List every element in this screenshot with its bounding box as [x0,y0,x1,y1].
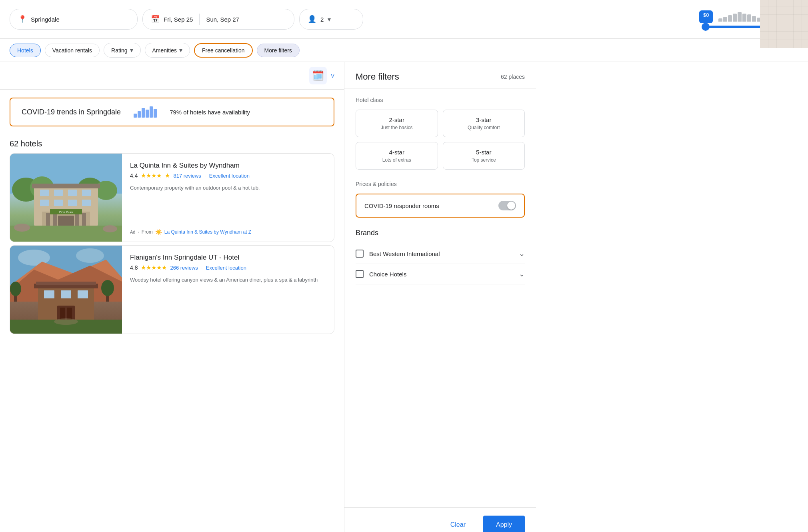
clear-button[interactable]: Clear [439,516,477,532]
covid-bar [138,111,141,118]
hotel-image: Zion Guru [10,154,122,242]
svg-rect-19 [82,213,86,226]
map-grid-bg [760,0,808,48]
more-filters-title: More filters [356,72,399,82]
svg-rect-6 [32,184,100,188]
brand-left-bw: Best Western International [356,250,440,258]
svg-point-28 [76,248,104,263]
hotel-location-tag-2[interactable]: Excellent location [206,265,246,271]
class-name-4star: 4-star [364,149,430,156]
covid-bar [146,110,149,118]
ad-sun-icon: ☀️ [155,229,162,235]
amenities-label: Amenities [152,47,177,54]
class-card-4star[interactable]: 4-star Lots of extras [356,142,438,170]
checkout-value: Sun, Sep 27 [206,16,239,23]
hist-bar [733,14,737,22]
filter-hotels[interactable]: Hotels [10,44,41,57]
rating-separator-2: · [201,264,203,271]
brand-name-ch: Choice Hotels [369,271,406,278]
svg-point-32 [10,282,21,296]
map-thumbnail[interactable] [760,0,808,48]
pin-icon: 📍 [18,15,27,24]
svg-rect-10 [82,190,91,196]
guests-field[interactable]: 👤 2 ▾ [299,9,363,30]
apply-button[interactable]: Apply [483,516,525,532]
brands-title: Brands [356,229,525,237]
hotel-info-2: Flanigan's Inn Springdale UT - Hotel 4.8… [122,246,334,334]
flanigans-building-image [10,246,122,334]
hotel-name-1: La Quinta Inn & Suites by Wyndham [130,162,326,170]
covid-availability: 79% of hotels have availability [170,109,250,116]
svg-rect-7 [40,190,49,196]
brand-item-best-western[interactable]: Best Western International ⌄ [356,244,525,264]
more-filters-label: More filters [264,47,292,54]
brand-checkbox-bw[interactable] [356,250,364,258]
dates-field[interactable]: 📅 Fri, Sep 25 Sun, Sep 27 [142,9,294,30]
hist-bar [752,16,756,22]
filter-more-filters[interactable]: More filters [257,44,300,57]
ad-source-1[interactable]: La Quinta Inn & Suites by Wyndham at Z [164,229,251,235]
hotel-rating-2: 4.8 [130,264,138,271]
covid-chart [134,106,157,118]
hotel-half-star-1: ★ [165,172,170,179]
covid-responder-box[interactable]: COVID-19 responder rooms [356,194,525,218]
main-content: 🗓️ V COVID-19 trends in Springdale 79% o… [0,62,808,532]
svg-rect-13 [68,200,77,206]
hist-bar [723,17,727,22]
price-thumb-min[interactable] [702,23,710,31]
hotel-desc-1: Contemporary property with an outdoor po… [130,184,326,192]
class-card-2star[interactable]: 2-star Just the basics [356,110,438,137]
filter-vacation-rentals[interactable]: Vacation rentals [45,44,100,57]
svg-rect-14 [82,200,91,206]
hotel-desc-2: Woodsy hotel offering canyon views & an … [130,276,326,284]
calendar-strip: 🗓️ V [0,62,344,90]
class-name-2star: 2-star [364,116,430,123]
svg-rect-39 [61,290,71,298]
filter-amenities[interactable]: Amenities ▾ [145,43,190,58]
class-card-3star[interactable]: 3-star Quality comfort [443,110,525,137]
rating-chevron-icon: ▾ [130,46,133,54]
hotel-location-tag-1[interactable]: Excellent location [209,173,250,179]
chevron-down-icon: ▾ [328,16,331,23]
covid-banner[interactable]: COVID-19 trends in Springdale 79% of hot… [10,98,334,126]
vacation-rentals-label: Vacation rentals [52,47,92,54]
hotel-ad-row: Ad · From ☀️ La Quinta Inn & Suites by W… [130,224,326,235]
hist-bar [747,14,751,22]
filter-bar: Hotels Vacation rentals Rating ▾ Ameniti… [0,39,808,62]
class-card-5star[interactable]: 5-star Top service [443,142,525,170]
more-filters-header: More filters 62 places [344,62,536,89]
covid-responder-label: COVID-19 responder rooms [364,202,439,209]
ad-from: From [142,229,153,235]
ad-dot: · [138,229,139,235]
class-desc-2star: Just the basics [364,125,430,130]
hist-bar [718,18,722,22]
covid-responder-toggle[interactable] [498,201,516,210]
svg-point-34 [101,280,114,296]
svg-rect-38 [44,290,54,298]
hotel-card[interactable]: Zion Guru La Quinta Inn & Suites by Wynd… [10,153,334,242]
filter-rating[interactable]: Rating ▾ [104,43,140,58]
filter-free-cancellation[interactable]: Free cancellation [194,43,253,58]
filters-body: Hotel class 2-star Just the basics 3-sta… [344,89,536,507]
price-min-badge: $0 [699,10,713,23]
hotel-reviews-link-2[interactable]: 266 reviews [170,265,198,271]
hotel-reviews-link-1[interactable]: 817 reviews [173,173,201,179]
class-desc-3star: Quality comfort [451,125,517,130]
hotel-rating-row-2: 4.8 ★★★★★ 266 reviews · Excellent locati… [130,264,326,271]
ad-badge-1: Ad [130,230,135,234]
price-histogram [718,10,766,22]
brand-item-choice-hotels[interactable]: Choice Hotels ⌄ [356,264,525,284]
view-calendar-link[interactable]: V [331,73,334,79]
svg-rect-8 [54,190,63,196]
hotel-class-grid: 2-star Just the basics 3-star Quality co… [356,110,525,170]
calendar-emoji-icon: 🗓️ [312,70,324,81]
checkin-value: Fri, Sep 25 [164,16,193,23]
brand-checkbox-ch[interactable] [356,270,364,278]
hotel-card-2[interactable]: Flanigan's Inn Springdale UT - Hotel 4.8… [10,245,334,334]
class-name-5star: 5-star [451,149,517,156]
amenities-chevron-icon: ▾ [179,46,182,54]
svg-point-25 [103,225,117,232]
location-field[interactable]: 📍 Springdale [10,9,138,30]
svg-rect-40 [78,290,88,298]
filter-footer: Clear Apply [344,507,536,532]
